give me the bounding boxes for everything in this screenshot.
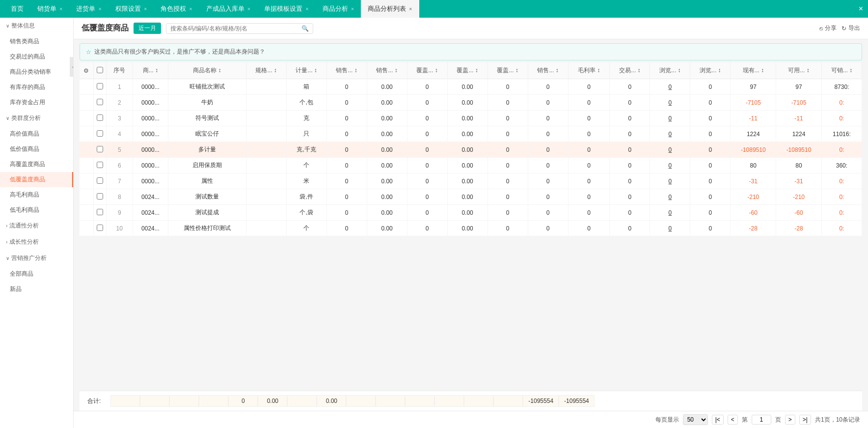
name-column-header[interactable]: 商品名称 ↕ <box>168 62 246 79</box>
sale-amt-column-header[interactable]: 销售... ↕ <box>367 62 407 79</box>
row-checkbox[interactable] <box>97 130 103 137</box>
sidebar-item-category-rate[interactable]: 商品分类动销率 <box>0 64 73 80</box>
search-icon[interactable]: 🔍 <box>301 25 309 32</box>
export-button[interactable]: ↻ 导出 <box>841 24 860 32</box>
row-sale3: 0 <box>528 111 568 126</box>
settings-column-header[interactable]: ⚙ <box>80 62 93 79</box>
nav-tab-template[interactable]: 单据模板设置 × <box>257 0 315 18</box>
nav-tab-purchase[interactable]: 进货单 × <box>69 0 108 18</box>
select-all-checkbox[interactable] <box>97 67 103 73</box>
row-checkbox[interactable] <box>97 114 103 121</box>
sidebar-item-sales-goods[interactable]: 销售类商品 <box>0 34 73 49</box>
last-page-button[interactable]: >| <box>799 415 811 425</box>
row-browse1[interactable]: 0 <box>650 221 690 236</box>
next-page-button[interactable]: > <box>785 415 795 425</box>
row-checkbox[interactable] <box>97 209 103 215</box>
row-browse1[interactable]: 0 <box>650 111 690 126</box>
nav-tab-product-stock[interactable]: 产成品入库单 × <box>199 0 257 18</box>
close-icon[interactable]: × <box>247 6 250 12</box>
per-page-select[interactable]: 50 100 200 <box>683 414 708 425</box>
page-input[interactable] <box>752 415 771 425</box>
sidebar-section-growth[interactable]: › 成长性分析 <box>0 234 73 250</box>
row-checkbox-cell[interactable] <box>93 95 106 111</box>
close-icon[interactable]: × <box>189 6 192 12</box>
sidebar-section-overall[interactable]: ∨ 整体信息 <box>0 18 73 34</box>
row-checkbox[interactable] <box>97 146 103 152</box>
close-icon[interactable]: × <box>409 6 412 12</box>
sidebar-item-all-goods[interactable]: 全部商品 <box>0 266 73 282</box>
row-browse1[interactable]: 0 <box>650 205 690 221</box>
row-checkbox[interactable] <box>97 177 103 184</box>
browse1-column-header[interactable]: 浏览... ↕ <box>650 62 690 79</box>
search-input[interactable] <box>170 25 301 32</box>
row-browse1[interactable]: 0 <box>650 79 690 95</box>
row-checkbox-cell[interactable] <box>93 158 106 173</box>
sale-qty-column-header[interactable]: 销售... ↕ <box>326 62 367 79</box>
share-button[interactable]: ⎋ 分享 <box>819 24 837 32</box>
row-checkbox[interactable] <box>97 193 103 200</box>
sidebar-item-low-margin[interactable]: 低毛利商品 <box>0 202 73 218</box>
sidebar-item-high-value[interactable]: 高价值商品 <box>0 126 73 142</box>
close-icon[interactable]: × <box>305 6 308 12</box>
nav-tab-analysis-list[interactable]: 商品分析列表 × <box>361 0 419 18</box>
nav-tab-sales[interactable]: 销货单 × <box>30 0 69 18</box>
sale3-column-header[interactable]: 销售... ↕ <box>528 62 568 79</box>
cover1-column-header[interactable]: 覆盖... ↕ <box>407 62 447 79</box>
sidebar-item-high-margin[interactable]: 高毛利商品 <box>0 187 73 202</box>
row-checkbox-cell[interactable] <box>93 189 106 205</box>
nav-tab-analysis[interactable]: 商品分析 × <box>316 0 361 18</box>
unit-column-header[interactable]: 计量... ↕ <box>286 62 326 79</box>
row-checkbox-cell[interactable] <box>93 221 106 236</box>
row-checkbox[interactable] <box>97 225 103 231</box>
row-browse1[interactable]: 0 <box>650 158 690 173</box>
nav-tab-permissions[interactable]: 权限设置 × <box>108 0 154 18</box>
row-checkbox[interactable] <box>97 83 103 89</box>
sidebar-section-cluster[interactable]: ∨ 类群度分析 <box>0 110 73 126</box>
stock1-column-header[interactable]: 现有... ↕ <box>731 62 776 79</box>
row-browse1[interactable]: 0 <box>650 189 690 205</box>
window-close-button[interactable]: × <box>859 4 863 13</box>
nav-tab-roles[interactable]: 角色授权 × <box>154 0 199 18</box>
row-browse1[interactable]: 0 <box>650 142 690 158</box>
sidebar-item-low-coverage[interactable]: 低覆盖度商品 <box>0 172 73 187</box>
row-checkbox-cell[interactable] <box>93 142 106 158</box>
sidebar-item-new-goods[interactable]: 新品 <box>0 282 73 297</box>
code-column-header[interactable]: 商... ↕ <box>133 62 168 79</box>
close-icon[interactable]: × <box>144 6 147 12</box>
prev-page-button[interactable]: < <box>728 415 738 425</box>
sidebar-item-traded-goods[interactable]: 交易过的商品 <box>0 49 73 64</box>
close-icon[interactable]: × <box>351 6 354 12</box>
cover2-column-header[interactable]: 覆盖... ↕ <box>447 62 488 79</box>
row-browse1[interactable]: 0 <box>650 173 690 189</box>
row-checkbox[interactable] <box>97 99 103 105</box>
row-browse1[interactable]: 0 <box>650 95 690 111</box>
margin-column-header[interactable]: 毛利率 ↕ <box>568 62 610 79</box>
sidebar-item-stock-goods[interactable]: 有库存的商品 <box>0 80 73 95</box>
checkbox-column-header[interactable] <box>93 62 106 79</box>
row-checkbox-cell[interactable] <box>93 205 106 221</box>
row-checkbox-cell[interactable] <box>93 111 106 126</box>
sidebar-item-stock-capital[interactable]: 库存资金占用 <box>0 95 73 110</box>
first-page-button[interactable]: |< <box>712 415 724 425</box>
stock3-column-header[interactable]: 可销... ↕ <box>821 62 862 79</box>
row-checkbox-cell[interactable] <box>93 173 106 189</box>
time-filter-button[interactable]: 近一月 <box>134 23 161 34</box>
sidebar-item-low-value[interactable]: 低价值商品 <box>0 142 73 157</box>
stock2-column-header[interactable]: 可用... ↕ <box>776 62 822 79</box>
sidebar-item-high-coverage[interactable]: 高覆盖度商品 <box>0 157 73 172</box>
close-icon[interactable]: × <box>98 6 101 12</box>
spec-column-header[interactable]: 规格... ↕ <box>246 62 286 79</box>
nav-tab-home[interactable]: 首页 <box>4 0 30 18</box>
table-row: 5 0000... 多计量 克,千克 0 0.00 0 0.00 0 0 0 0… <box>80 142 862 158</box>
row-browse1[interactable]: 0 <box>650 126 690 142</box>
close-icon[interactable]: × <box>59 6 62 12</box>
row-checkbox-cell[interactable] <box>93 126 106 142</box>
browse2-column-header[interactable]: 浏览... ↕ <box>690 62 731 79</box>
row-checkbox-cell[interactable] <box>93 79 106 95</box>
sidebar-section-liquidity[interactable]: › 流通性分析 <box>0 218 73 234</box>
cover3-column-header[interactable]: 覆盖... ↕ <box>488 62 528 79</box>
trade-column-header[interactable]: 交易... ↕ <box>610 62 650 79</box>
row-checkbox[interactable] <box>97 162 103 168</box>
sidebar-section-marketing[interactable]: ∨ 营销推广分析 <box>0 250 73 266</box>
sidebar-collapse-button[interactable]: « <box>70 57 74 77</box>
